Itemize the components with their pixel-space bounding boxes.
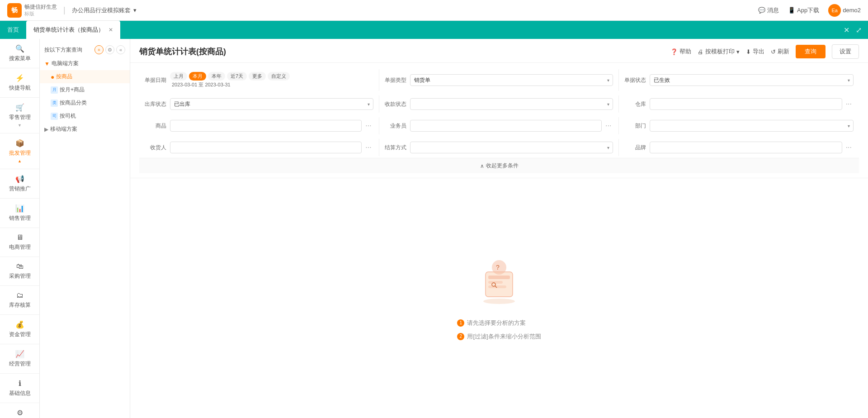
settings-scheme-btn[interactable]: ⚙ [105,45,114,54]
sidebar-item-basic-info[interactable]: ℹ 基础信息 [0,374,39,403]
inventory-icon: 🗂 [16,291,24,299]
retail-icon: 🛒 [15,103,24,112]
brand-dots-btn[interactable]: ··· [844,143,854,152]
warehouse-dots-btn[interactable]: ··· [844,100,854,108]
brand-control: ··· [650,142,854,153]
filter-row-1: 单据日期 上月 本月 本年 近7天 更多 自定义 2023-03-01 至 20… [139,69,859,91]
app-download-btn[interactable]: 📱 App下载 [788,6,819,14]
export-btn[interactable]: ⬇ 导出 [746,48,764,56]
sidebar-item-wholesale[interactable]: 📦 批发管理 ▲ [0,133,39,169]
settlement-select[interactable] [410,142,613,153]
collection-status-select[interactable] [410,98,613,110]
tab-close-window-icon[interactable]: ✕ [842,25,851,35]
add-scheme-btn[interactable]: + [94,45,104,54]
sidebar-item-quick-nav[interactable]: ⚡ 快捷导航 [0,68,39,98]
warehouse-status-select[interactable]: 已出库 [170,98,373,110]
settlement-cell: 结算方式 ▾ [379,139,619,156]
quick-nav-icon: ⚡ [15,74,24,82]
brand-input[interactable] [650,142,842,153]
collapse-panel-btn[interactable]: « [116,45,125,54]
empty-state: ? 1 请先选择要分析的方案 2 用[过滤]条件来缩小分析范围 [130,178,868,418]
sidebar-item-search-menu[interactable]: 🔍 搜索菜单 [0,39,39,68]
export-icon: ⬇ [746,48,751,55]
dropdown-icon: ▾ [133,7,137,14]
sidebar-item-ecommerce[interactable]: 🖥 电商管理 [0,228,39,257]
recipient-input[interactable] [170,142,362,153]
svg-rect-3 [488,281,503,284]
workspace-selector[interactable]: 办公用品行业模拟账套 ▾ [72,6,137,14]
main-layout: 🔍 搜索菜单 ⚡ 快捷导航 🛒 零售管理 ▼ 📦 批发管理 ▲ 📢 营销推广 📊… [0,39,868,418]
tab-expand-icon[interactable]: ⤢ [854,25,863,35]
salesperson-input[interactable] [410,120,602,132]
tab-sales-stats[interactable]: 销货单统计计表（按商品） ✕ [26,21,120,39]
sidebar-item-operations[interactable]: 📈 经营管理 [0,344,39,374]
print-icon: 🖨 [698,48,703,55]
tree-by-product[interactable]: ● 按商品 [40,70,130,83]
tree-collapsed-icon: ▶ [44,126,48,133]
date-pill-more[interactable]: 更多 [249,72,266,81]
logo-text: 畅捷信好生意 标版 [24,4,57,17]
product-dots-btn[interactable]: ··· [363,122,373,130]
date-pill-this-year[interactable]: 本年 [208,72,225,81]
logo-area: 畅 畅捷信好生意 标版 [7,3,57,18]
doc-status-select[interactable]: 已生效 [650,74,854,86]
salesperson-dots-btn[interactable]: ··· [604,122,613,130]
query-btn[interactable]: 查询 [796,45,826,58]
sidebar-item-sales[interactable]: 📊 销售管理 [0,199,39,228]
sidebar-item-retail[interactable]: 🛒 零售管理 ▼ [0,98,39,133]
tree-by-category[interactable]: 类 按商品分类 [40,96,130,109]
department-select[interactable] [650,120,854,132]
product-input[interactable] [170,120,362,132]
tree-desktop-parent[interactable]: ▼ 电脑端方案 [40,57,130,70]
settlement-wrapper: ▾ [410,142,613,153]
tab-close-icon[interactable]: ✕ [108,27,113,33]
empty-step-2: 2 用[过滤]条件来缩小分析范围 [457,331,541,342]
svg-point-0 [483,299,515,304]
warehouse-input[interactable] [650,98,842,110]
salesperson-cell: 业务员 ··· [379,117,619,134]
department-wrapper: ▾ [650,120,854,132]
top-nav: 畅 畅捷信好生意 标版 | 办公用品行业模拟账套 ▾ 💬 消息 📱 App下载 … [0,0,868,21]
sidebar-item-inventory[interactable]: 🗂 库存核算 [0,286,39,315]
user-avatar-btn[interactable]: Ea demo2 [828,4,861,17]
filter-area: 单据日期 上月 本月 本年 近7天 更多 自定义 2023-03-01 至 20… [130,63,868,178]
template-print-btn[interactable]: 🖨 按模板打印 ▾ [698,48,740,56]
step2-num: 2 [457,333,464,340]
date-filter-control: 上月 本月 本年 近7天 更多 自定义 2023-03-01 至 2023-03… [170,72,373,88]
date-pill-custom[interactable]: 自定义 [268,72,290,81]
department-cell: 部门 ▾ [619,117,859,134]
page-title: 销货单统计计表(按商品) [139,46,226,57]
tab-bar: 首页 销货单统计计表（按商品） ✕ ✕ ⤢ [0,21,868,39]
driver-icon: 司 [51,113,58,120]
step1-num: 1 [457,319,464,327]
salesperson-control: ··· [410,120,613,132]
sidebar-item-sys-mgmt[interactable]: ⚙ 系统管理 [0,403,39,418]
wholesale-arrow: ▲ [18,159,22,163]
date-pill-this-month[interactable]: 本月 [189,72,206,81]
sidebar-item-procurement[interactable]: 🛍 采购管理 [0,257,39,286]
wholesale-icon: 📦 [15,139,24,147]
sidebar-item-marketing[interactable]: 📢 营销推广 [0,169,39,199]
doc-type-wrapper: 销货单 ▾ [410,74,613,86]
warehouse-cell: 仓库 ··· [619,95,859,113]
sidebar-item-finance[interactable]: 💰 资金管理 [0,315,39,344]
marketing-icon: 📢 [15,175,24,183]
recipient-dots-btn[interactable]: ··· [363,143,373,152]
collapse-bar[interactable]: ∧ 收起更多条件 [139,158,859,173]
tab-home[interactable]: 首页 [0,21,26,39]
help-icon: ❓ [670,48,678,55]
tree-by-driver[interactable]: 司 按司机 [40,109,130,123]
refresh-btn[interactable]: ↺ 刷新 [771,48,789,56]
date-pill-last-month[interactable]: 上月 [170,72,187,81]
doc-type-select[interactable]: 销货单 [410,74,613,86]
settings-btn[interactable]: 设置 [832,44,859,59]
top-nav-left: 畅 畅捷信好生意 标版 | 办公用品行业模拟账套 ▾ [7,3,137,18]
help-btn[interactable]: ❓ 帮助 [670,48,691,56]
tree-by-month-product[interactable]: 月 按月+商品 [40,83,130,96]
empty-illustration: ? [472,254,526,308]
page-actions: ❓ 帮助 🖨 按模板打印 ▾ ⬇ 导出 ↺ 刷新 [670,44,859,59]
message-btn[interactable]: 💬 消息 [758,6,779,14]
left-panel-header: 按以下方案查询 + ⚙ « [40,43,130,57]
date-pill-7days[interactable]: 近7天 [227,72,247,81]
tree-mobile-parent[interactable]: ▶ 移动端方案 [40,123,130,136]
